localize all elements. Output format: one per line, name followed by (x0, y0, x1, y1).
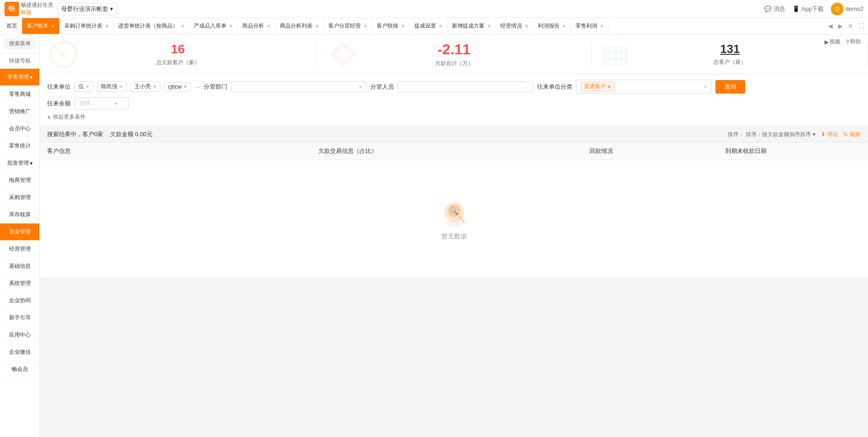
tab-close-icon[interactable]: ✕ (181, 24, 184, 28)
filter-area: 往来单位 伍 ✕ 陈民强 ✕ 王小亮 ✕ cjttcw ✕ ··· (40, 74, 868, 127)
tag-close-cjttcw[interactable]: ✕ (183, 84, 187, 89)
tab-profit-report[interactable]: 利润报告 ✕ (533, 18, 571, 34)
sidebar-item-system-mgmt[interactable]: 系统管理 (0, 275, 39, 292)
sort-selector[interactable]: 排序： 排序：按欠款金额倒序排序 ▾ (728, 131, 815, 138)
sidebar-item-new-guide[interactable]: 新手引导 (0, 309, 39, 327)
chevron-down-icon: ▾ (359, 84, 362, 90)
tab-stock-stats[interactable]: 进货单统计表（按商品） ✕ (114, 18, 189, 34)
filter-tag-wang: 王小亮 ✕ (130, 81, 160, 92)
sidebar-item-member-center[interactable]: 会员中心 (0, 120, 39, 138)
sidebar-item-wholesale-mgmt[interactable]: 批发管理 ▾ (0, 155, 39, 172)
tab-new-achievement[interactable]: 新增提成方案 ✕ (447, 18, 496, 34)
svg-rect-4 (604, 47, 626, 65)
tab-close-icon[interactable]: ✕ (267, 24, 270, 28)
tab-close-icon[interactable]: ✕ (51, 24, 55, 28)
tab-retail-profit[interactable]: 零售利润 ✕ (571, 18, 609, 34)
sidebar-item-retail-stats[interactable]: 零售统计 (0, 138, 39, 155)
nav-prev-icon[interactable]: ◀ (826, 21, 834, 31)
empty-state: 🔍 暂无数据 (40, 160, 868, 277)
nav-tabs: 首页 客户账本 ✕ 采购订单统计表 ✕ 进货单统计表（按商品） ✕ 产成品入库单… (0, 18, 868, 34)
message-button[interactable]: 💬 消息 (764, 5, 785, 13)
unit-category-tag-close[interactable]: ✕ (607, 84, 611, 90)
tab-prompt-settings[interactable]: 提成设置 ✕ (410, 18, 447, 34)
tab-purchase-order[interactable]: 采购订单统计表 ✕ (60, 18, 114, 34)
collapse-button[interactable]: ∧ 收起更多条件 (47, 113, 86, 121)
export-button[interactable]: ⬆ 导出 (821, 131, 838, 138)
query-button[interactable]: 查询 (715, 80, 745, 94)
app-download-button[interactable]: 📱 App下载 (792, 5, 824, 13)
nav-next-icon[interactable]: ▶ (836, 21, 844, 31)
tab-customer-segment[interactable]: 客户分层经营 ✕ (324, 18, 372, 34)
refresh-button[interactable]: ↻ 刷新 (844, 131, 861, 138)
dept-selector[interactable]: ▾ (231, 81, 367, 92)
tab-product-in[interactable]: 产成品入库单 ✕ (189, 18, 238, 34)
sidebar-item-ecommerce-mgmt[interactable]: 电商管理 (0, 172, 39, 189)
chevron-down-icon: ▾ (704, 84, 707, 90)
tab-product-analysis-list[interactable]: 商品分析列表 ✕ (275, 18, 324, 34)
tab-customer-connect[interactable]: 客户联络 ✕ (372, 18, 410, 34)
sidebar-item-enterprise-coop[interactable]: 企业协同 (0, 292, 39, 309)
export-icon: ⬆ (821, 131, 825, 138)
tab-close-icon[interactable]: ✕ (562, 24, 566, 28)
sidebar-item-basic-info[interactable]: 基础信息 (0, 258, 39, 275)
tag-close-wang[interactable]: ✕ (153, 84, 156, 89)
stats-bar: ¥ 16 总欠款客户（家） -2.11 欠款合计（万） (40, 34, 868, 74)
sidebar: 搜索菜单 快捷导航 零售管理 ▾ 零售商城 营销推广 会员中心 零售统计 批发管… (0, 34, 40, 437)
unit-category-selector[interactable]: 普通客户 ✕ ▾ (576, 80, 712, 94)
chevron-down-icon: ▾ (115, 100, 117, 107)
table-header-debt-info: 欠款交易信息（占比） (318, 147, 590, 155)
stat-total-customers-label: 总客户（家） (714, 58, 746, 66)
sidebar-item-retail-mall[interactable]: 零售商城 (0, 86, 39, 103)
sidebar-item-ops-mgmt[interactable]: 经营管理 (0, 241, 39, 258)
logo-icon: 畅 (5, 2, 19, 16)
tab-close-icon[interactable]: ✕ (364, 24, 367, 28)
sidebar-item-app-center[interactable]: 应用中心 (0, 327, 39, 344)
table-header-customer-info: 客户信息 (47, 147, 318, 155)
tab-close-icon[interactable]: ✕ (105, 24, 109, 28)
dept-label: 分管部门 (204, 83, 227, 91)
tab-close-icon[interactable]: ✕ (229, 24, 233, 28)
svg-rect-9 (614, 57, 617, 61)
sidebar-item-purchase-mgmt[interactable]: 采购管理 (0, 189, 39, 206)
phone-icon: 📱 (792, 5, 800, 12)
tab-close-icon[interactable]: ✕ (439, 24, 442, 28)
video-button[interactable]: ▶ 视频 (825, 38, 840, 46)
stat-debt-customers-label: 总欠款客户（家） (156, 59, 200, 66)
stat-bg-diamond-icon (330, 41, 357, 68)
tab-operations[interactable]: 经营情况 ✕ (496, 18, 533, 34)
user-menu[interactable]: D demo2 (831, 3, 863, 15)
tab-close-icon[interactable]: ✕ (525, 24, 528, 28)
tab-close-icon[interactable]: ✕ (315, 24, 319, 28)
tab-close-icon[interactable]: ✕ (600, 24, 604, 28)
sidebar-item-inventory[interactable]: 库存核算 (0, 206, 39, 223)
balance-selector[interactable]: 选择... ▾ (74, 97, 129, 109)
filter-more-tags[interactable]: ··· (195, 83, 200, 90)
tab-close-icon[interactable]: ✕ (401, 24, 405, 28)
filter-row-2: 往来余额 选择... ▾ (47, 97, 861, 109)
sidebar-item-marketing[interactable]: 营销推广 (0, 103, 39, 120)
top-bar-right: 💬 消息 📱 App下载 D demo2 (764, 3, 863, 15)
person-label: 分管人员 (370, 83, 394, 91)
message-icon: 💬 (764, 5, 772, 12)
sidebar-item-capital-mgmt[interactable]: 资金管理 (0, 223, 39, 241)
tab-home[interactable]: 首页 (2, 18, 22, 34)
tab-product-analysis[interactable]: 商品分析 ✕ (238, 18, 275, 34)
nav-tabs-controls: ◀ ▶ ✕ ⛶ (826, 21, 866, 31)
tab-close-icon[interactable]: ✕ (487, 24, 491, 28)
help-button[interactable]: ? 帮助 (846, 38, 861, 46)
tag-close-wu[interactable]: ✕ (86, 84, 89, 89)
tag-close-chen[interactable]: ✕ (119, 84, 123, 89)
store-selector[interactable]: 母婴行业演示帐套 ▾ (57, 3, 117, 15)
person-selector[interactable]: ··· (398, 81, 533, 92)
nav-fullscreen-icon[interactable]: ⛶ (857, 21, 866, 31)
search-menu-button[interactable]: 搜索菜单 (4, 38, 36, 49)
sidebar-item-retail-mgmt[interactable]: 零售管理 ▾ (0, 69, 39, 86)
logo-area: 畅 畅捷通好生意 标版 (5, 2, 53, 16)
filter-row-1: 往来单位 伍 ✕ 陈民强 ✕ 王小亮 ✕ cjttcw ✕ ··· (47, 80, 861, 94)
result-actions: 排序： 排序：按欠款金额倒序排序 ▾ ⬆ 导出 ↻ 刷新 (728, 131, 861, 138)
sidebar-quick-nav[interactable]: 快捷导航 (0, 53, 39, 69)
tab-customer-account[interactable]: 客户账本 ✕ (22, 18, 60, 34)
sidebar-item-enterprise-wechat[interactable]: 企业微信 (0, 344, 39, 361)
sidebar-item-chang-member[interactable]: 畅会员 (0, 361, 39, 378)
nav-close-all-icon[interactable]: ✕ (846, 21, 855, 31)
